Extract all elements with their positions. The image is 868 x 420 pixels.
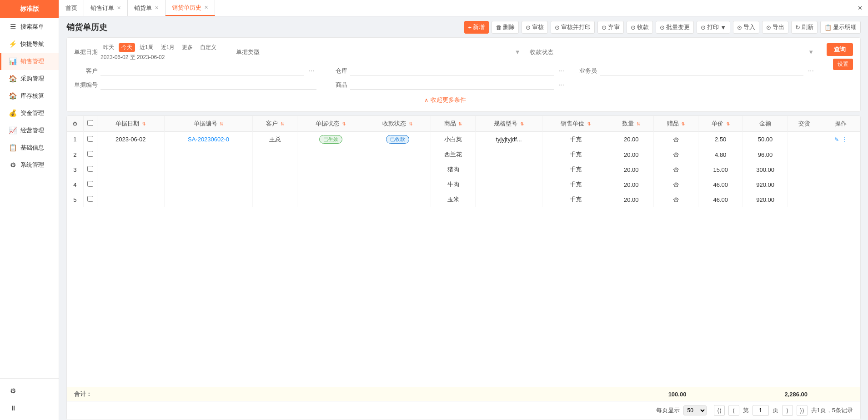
sales-mgmt-icon: 📊 [9,57,17,65]
sidebar-item-basic-info[interactable]: 📋 基础信息 [0,139,59,156]
col-qty[interactable]: 数量 ⇅ [609,116,653,132]
abandon-label: 弃审 [608,23,620,31]
cell-checkbox[interactable] [83,192,97,207]
col-customer[interactable]: 客户 ⇅ [253,116,297,132]
col-spec[interactable]: 规格型号 ⇅ [476,116,542,132]
sort-qty-icon: ⇅ [637,121,640,126]
col-doc-no[interactable]: 单据编号 ⇅ [164,116,252,132]
custom-btn[interactable]: 自定义 [197,43,219,52]
audit-print-button[interactable]: ⊙ 审核并打印 [551,21,595,34]
filter-row-3: 单据编号 商品 ··· [74,80,816,90]
col-goods[interactable]: 商品 ⇅ [431,116,475,132]
col-settings[interactable]: ⚙ [67,116,83,132]
per-page-select[interactable]: 50 100 200 [683,405,707,415]
cell-gift: 否 [653,147,698,162]
cell-customer [253,147,297,162]
sidebar-item-system[interactable]: ⚙ 系统管理 [0,156,59,174]
salesperson-input[interactable] [600,66,803,75]
col-unit[interactable]: 销售单位 ⇅ [542,116,609,132]
cell-goods: 小白菜 [431,132,475,147]
tab-bar-close-btn[interactable]: ✕ [852,5,868,11]
cell-spec: tyjyjtyjdf... [476,132,542,147]
basic-info-icon: 📋 [9,144,17,152]
salesperson-dots[interactable]: ··· [806,67,816,75]
print-button[interactable]: ⊙ 打印 ▼ [697,21,730,34]
export-button[interactable]: ⊙ 导出 [762,21,788,34]
collapse-button[interactable]: ∧ 收起更多条件 [422,94,468,106]
query-button[interactable]: 查询 [827,43,853,56]
col-gift[interactable]: 赠品 ⇅ [653,116,698,132]
more-btn[interactable]: 更多 [179,43,196,52]
tab-sales-order-close[interactable]: ✕ [117,5,121,11]
warehouse-dots[interactable]: ··· [557,67,566,75]
sidebar-item-purchase-mgmt[interactable]: 🏠 采购管理 [0,70,59,87]
sidebar-item-extra1[interactable]: ⚙ [0,382,59,400]
edit-action-btn[interactable]: ✎ [834,136,839,143]
goods-dots[interactable]: ··· [557,81,566,89]
import-button[interactable]: ⊙ 导入 [733,21,759,34]
sidebar-item-extra2[interactable]: ⏸ [0,400,59,416]
table-header-row: ⚙ 单据日期 ⇅ 单据编号 ⇅ [67,116,860,132]
customer-dots[interactable]: ··· [307,67,316,75]
cell-checkbox[interactable] [83,132,97,147]
tab-sales-order[interactable]: 销售订单 ✕ [84,0,128,16]
cell-checkbox[interactable] [83,147,97,162]
batch-change-button[interactable]: ⊙ 批量变更 [656,21,694,34]
col-payment-status[interactable]: 收款状态 ⇅ [364,116,431,132]
col-doc-date[interactable]: 单据日期 ⇅ [97,116,164,132]
sidebar-item-finance[interactable]: 💰 资金管理 [0,105,59,122]
sidebar-item-operations[interactable]: 📈 经营管理 [0,122,59,139]
last-page-btn[interactable]: ⟩⟩ [797,405,808,416]
yesterday-btn[interactable]: 昨天 [100,43,117,52]
cell-checkbox[interactable] [83,177,97,192]
docno-input[interactable] [100,80,316,90]
cell-qty: 20.00 [609,177,653,192]
tab-sales-goods[interactable]: 销货单 ✕ [128,0,166,16]
goods-input[interactable] [350,80,554,90]
col-transaction: 交货 [788,116,821,132]
col-price[interactable]: 单价 ⇅ [698,116,743,132]
select-all-checkbox[interactable] [87,120,93,126]
audit-button[interactable]: ⊙ 审核 [522,21,548,34]
import-label: 导入 [743,23,755,31]
sidebar-item-inventory[interactable]: 🏠 库存核算 [0,87,59,105]
cell-row-num: 2 [67,147,83,162]
settings-button[interactable]: 设置 [833,59,853,70]
audit-label: 审核 [532,23,544,31]
doc-type-select[interactable]: ▼ [262,47,522,57]
doc-no-link[interactable]: SA-20230602-0 [188,136,229,143]
cell-checkbox[interactable] [83,162,97,177]
col-checkbox[interactable] [83,116,97,132]
page-input[interactable] [753,405,769,416]
refresh-button[interactable]: ↻ 刷新 [791,21,818,34]
last7days-btn[interactable]: 近1周 [137,43,156,52]
today-btn[interactable]: 今天 [119,43,135,52]
filter-row-1: 单据日期 昨天 今天 近1周 近1月 更多 自定义 2 [74,43,816,61]
table-scroll[interactable]: ⚙ 单据日期 ⇅ 单据编号 ⇅ [67,116,860,387]
tab-sales-history[interactable]: 销货单历史 ✕ [166,0,215,16]
col-customer-label: 客户 [266,120,278,127]
last1month-btn[interactable]: 近1月 [158,43,178,52]
more-action-btn[interactable]: ⋮ [842,136,847,143]
col-doc-status[interactable]: 单据状态 ⇅ [297,116,364,132]
filter-doc-type-item: 单据类型 ▼ [236,47,522,57]
first-page-btn[interactable]: ⟨⟨ [714,405,725,416]
tab-home[interactable]: 首页 [59,0,84,16]
tab-sales-goods-close[interactable]: ✕ [155,5,159,11]
cell-doc-date [97,162,164,177]
tab-sales-history-close[interactable]: ✕ [204,5,208,10]
abandon-button[interactable]: ⊙ 弃审 [597,21,624,34]
customer-input[interactable] [100,66,304,75]
sidebar-item-quick-nav[interactable]: ⚡ 快捷导航 [0,35,59,53]
col-amount: 金额 [743,116,788,132]
payment-status-select[interactable]: ▼ [556,47,816,57]
warehouse-input[interactable] [350,66,554,75]
sidebar-item-search-menu[interactable]: ☰ 搜索菜单 [0,18,59,35]
prev-page-btn[interactable]: ⟨ [728,405,739,416]
collect-button[interactable]: ⊙ 收款 [627,21,653,34]
sidebar-item-sales-mgmt[interactable]: 📊 销售管理 [0,53,59,70]
next-page-btn[interactable]: ⟩ [782,405,793,416]
delete-button[interactable]: 🗑 删除 [492,21,519,34]
add-button[interactable]: + 新增 [464,21,489,34]
show-detail-button[interactable]: 📋 显示明细 [820,21,861,34]
